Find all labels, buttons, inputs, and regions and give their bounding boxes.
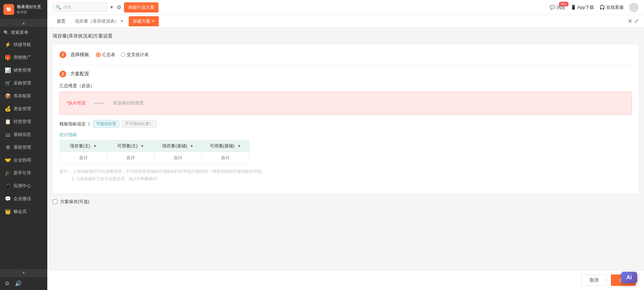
config-footer: 方案保存(可选) [53, 199, 639, 205]
tabs-bar: 首页 现存量（库存状况表） ✕ 新建方案 ✕ ✕ ⤢ [47, 15, 644, 28]
sidebar-item-inventory[interactable]: 📦 库存核算 [0, 90, 47, 102]
sidebar-item-system[interactable]: ⚙ 系统管理 [0, 141, 47, 154]
step2-label: 方案配置 [70, 71, 89, 77]
ai-button[interactable]: Ai [621, 272, 637, 283]
sidebar-item-marketing[interactable]: 🎁 营销推广 [0, 51, 47, 64]
stats-section: 统计指标 现存量(主) ▼ 可用量(主) ▼ 现存量(基辅) [59, 132, 632, 164]
col-4-chevron-icon[interactable]: ▼ [237, 144, 241, 148]
sidebar-item-label: 应用中心 [14, 183, 31, 189]
app-logo-icon: 畅 [3, 4, 14, 15]
tab-home[interactable]: 首页 [53, 16, 70, 26]
col-2-chevron-icon[interactable]: ▼ [140, 144, 144, 148]
indicator-label-text: 模板指标设定（ [59, 121, 90, 127]
message-button[interactable]: 💬 消息 99+ [550, 4, 565, 10]
sidebar-item-finance[interactable]: 💰 资金管理 [0, 102, 47, 115]
dimension-separator: —— [94, 100, 105, 106]
sidebar-item-label: 企业协同 [14, 157, 31, 163]
header-dropdown[interactable]: ▼ [109, 5, 114, 10]
sidebar-item-operations[interactable]: 📋 经营管理 [0, 115, 47, 128]
sidebar-item-wechat[interactable]: 💬 企业微信 [0, 192, 47, 205]
sidebar-item-label: 新手引导 [14, 170, 31, 176]
sidebar-item-label: 库存核算 [14, 93, 31, 99]
col-4-label: 可用量(基辅) [210, 143, 235, 149]
save-label: 方案保存(可选) [60, 199, 90, 205]
dimension-area[interactable]: *纵向维度 —— 请选择分组维度 [59, 92, 632, 115]
tab-home-label: 首页 [57, 18, 66, 24]
message-badge: 99+ [559, 2, 569, 6]
trial-plan-button[interactable]: 体验行业方案 [124, 2, 158, 13]
app-download-button[interactable]: 📱 App下载 [571, 4, 594, 10]
col-3-chevron-icon[interactable]: ▼ [190, 144, 194, 148]
sidebar-item-sales[interactable]: 📊 销售管理 [0, 64, 47, 77]
sidebar-item-label: 系统管理 [14, 144, 31, 150]
stats-label: 统计指标 [59, 132, 632, 138]
tab-new-plan[interactable]: 新建方案 ✕ [129, 16, 159, 26]
step1-number: 1 [59, 51, 66, 58]
sidebar-scroll-up[interactable]: ▲ [0, 19, 47, 27]
radio-summary-label: 汇总表 [102, 52, 115, 58]
user-avatar[interactable] [629, 3, 639, 12]
tab-new-plan-label: 新建方案 [133, 18, 150, 24]
action-bar: 取消 查询 [47, 270, 644, 290]
app-name: 畅康通好生意 [17, 4, 41, 10]
sidebar-search[interactable]: 🔍 搜索菜单 [0, 27, 47, 38]
stats-col-3-header[interactable]: 现存量(基辅) ▼ [154, 140, 202, 152]
sidebar-item-guide[interactable]: 🎓 新手引导 [0, 167, 47, 179]
quick-nav-icon: ⚡ [5, 42, 11, 48]
sidebar-item-purchase[interactable]: 🛒 采购管理 [0, 77, 47, 90]
radio-summary[interactable]: 汇总表 [96, 52, 115, 58]
volume-footer-icon[interactable]: 🔊 [15, 280, 22, 287]
header-search-bar[interactable]: 🔍 搜索 [53, 3, 107, 12]
app-download-label: App下载 [577, 4, 594, 10]
sidebar-footer: ⚙ 🔊 [0, 276, 47, 290]
stats-col-1-header[interactable]: 现存量(主) ▼ [60, 140, 107, 152]
header-left: 🔍 搜索 ▼ ⚙ 体验行业方案 [53, 2, 546, 13]
inventory-icon: 📦 [5, 93, 11, 99]
tab-new-plan-close-icon[interactable]: ✕ [152, 19, 155, 23]
tab-inventory-close-icon[interactable]: ✕ [120, 19, 123, 23]
radio-dot-summary [96, 52, 101, 57]
basic-info-icon: 🗂 [5, 131, 11, 138]
sidebar-item-vip[interactable]: 👑 畅会员 [0, 205, 47, 218]
content-area: 现存量(库存状况表)方案设置 1 选择模板 汇总表 交叉统计表 [47, 28, 644, 270]
save-checkbox[interactable] [53, 199, 57, 204]
stats-col-2-header[interactable]: 可用量(主) ▼ [107, 140, 154, 152]
dropdown-chevron-icon: ▼ [109, 5, 114, 10]
tabs-right: ✕ ⤢ [628, 18, 639, 24]
stats-data-row: 合计 合计 合计 合计 [60, 152, 249, 164]
tab-close-button[interactable]: ✕ [628, 18, 632, 24]
stats-col-3-data: 合计 [154, 152, 202, 164]
stats-col-2-data: 合计 [107, 152, 154, 164]
col-2-label: 可用量(主) [117, 143, 138, 149]
wechat-icon: 💬 [5, 196, 11, 202]
sidebar-item-quick-nav[interactable]: ⚡ 快捷导航 [0, 38, 47, 51]
online-service-button[interactable]: 🎧 在线客服 [599, 4, 624, 10]
tip-line-2: 2. 点击标题栏下拉可设置排序、插入列和删除列 [59, 175, 632, 183]
col-2-sub: 合计 [126, 155, 135, 161]
top-header: 🔍 搜索 ▼ ⚙ 体验行业方案 💬 消息 99+ 📱 App下载 🎧 在线客服 [47, 0, 644, 15]
divider [59, 65, 632, 65]
tip-1: 1.拖动标题栏可以调整布局，不可跨维度或指标区域拖动栏目字段(只能在同一维度或指… [74, 168, 262, 175]
settings-footer-icon[interactable]: ⚙ [5, 280, 9, 287]
col-1-sub: 合计 [79, 155, 88, 161]
indicator-settings: 模板指标设定（ 可拖动位置 不可拖动位置） [59, 120, 632, 128]
stats-col-4-header[interactable]: 可用量(基辅) ▼ [202, 140, 249, 152]
cancel-button[interactable]: 取消 [581, 274, 607, 286]
tab-expand-button[interactable]: ⤢ [634, 18, 639, 24]
sidebar-item-apps[interactable]: 📱 应用中心 [0, 179, 47, 192]
gear-button[interactable]: ⚙ [117, 4, 121, 10]
service-icon: 🎧 [599, 5, 605, 10]
page-title: 现存量(库存状况表)方案设置 [53, 33, 639, 39]
app-name-block: 畅康通好生意 标准版 [17, 4, 41, 15]
sidebar-nav: ⚡ 快捷导航 🎁 营销推广 📊 销售管理 🛒 采购管理 📦 库存核算 💰 资金管… [0, 38, 47, 269]
sidebar-item-basic-info[interactable]: 🗂 基础信息 [0, 128, 47, 141]
sidebar-item-cooperation[interactable]: 🤝 企业协同 [0, 154, 47, 167]
step1-label: 选择模板 [70, 52, 89, 58]
tab-inventory-status[interactable]: 现存量（库存状况表） ✕ [71, 16, 127, 26]
radio-cross[interactable]: 交叉统计表 [121, 52, 149, 58]
sidebar-scroll-down[interactable]: ▼ [0, 269, 47, 276]
col-1-chevron-icon[interactable]: ▼ [93, 144, 97, 148]
dimension-required: *纵向维度 [67, 100, 86, 106]
cooperation-icon: 🤝 [5, 157, 11, 163]
sidebar-item-label: 采购管理 [14, 80, 31, 86]
